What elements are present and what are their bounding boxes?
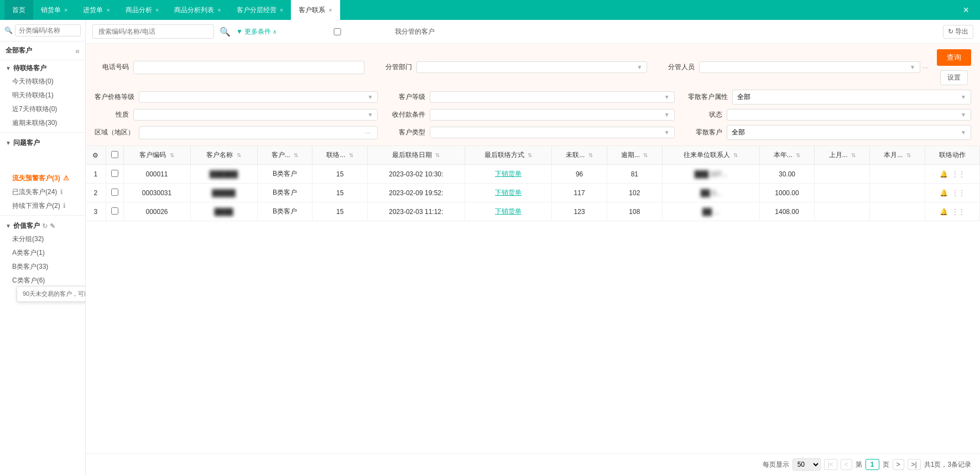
close-sales-tab[interactable]: × [64,7,67,13]
contact-method-link[interactable]: 下销货单 [495,170,522,178]
sidebar-item-today[interactable]: 今天待联络(0) [0,75,85,88]
edit-icon[interactable]: ✎ [50,222,55,230]
region-dots[interactable]: ··· [363,129,373,137]
tab-purchase[interactable]: 进货单 × [75,0,117,20]
row-action[interactable]: 🔔 ⋮⋮ [925,165,979,184]
filter-nature-select[interactable]: ▼ [133,109,378,121]
select-all-checkbox[interactable] [111,151,118,158]
tab-goods-analysis-list[interactable]: 商品分析列表 × [166,0,228,20]
search-toolbar-icon[interactable]: 🔍 [220,27,231,37]
prev-page-button[interactable]: < [841,459,852,470]
filter-sparse-attr-select[interactable]: 全部 ▼ [732,90,971,105]
row-select-checkbox[interactable] [111,170,118,177]
filter-sparse-customer-value: 全部 [732,128,745,137]
row-code: 00030031 [123,184,190,202]
page-suffix: 页 [883,460,889,469]
filter-manager-select[interactable]: ▼ [699,61,920,73]
sidebar-collapse-button[interactable]: « [75,46,80,55]
action-bell-icon[interactable]: 🔔 [940,170,948,178]
filter-payment-select[interactable]: ▼ [430,109,674,121]
refresh-icon[interactable]: ↻ [42,222,48,230]
col-overdue[interactable]: 逾期... ⇅ [607,146,662,165]
my-customers-check[interactable] [282,28,393,35]
close-goods-analysis-tab[interactable]: × [155,7,159,13]
filter-dept-select[interactable]: ▼ [416,61,648,73]
filter-sparse-customer-select[interactable]: 全部 ▼ [727,125,971,140]
action-menu-icon[interactable]: ⋮⋮ [952,189,965,197]
setting-button[interactable]: 设置 [940,70,968,85]
row-action[interactable]: 🔔 ⋮⋮ [925,184,979,202]
action-menu-icon[interactable]: ⋮⋮ [952,208,965,216]
last-page-button[interactable]: >| [908,459,921,470]
manager-dots[interactable]: ··· [920,64,930,71]
page-size-select[interactable]: 50 100 200 [793,458,821,471]
sidebar-item-churned[interactable]: 已流失客户(24) ℹ [0,185,85,199]
col-type[interactable]: 客户... ⇅ [257,146,312,165]
search-input[interactable] [92,24,214,39]
action-menu-icon[interactable]: ⋮⋮ [952,170,965,178]
row-checkbox[interactable] [106,202,123,221]
col-unit-contact[interactable]: 往来单位联系人 ⇅ [662,146,759,165]
window-close-button[interactable]: × [956,4,976,16]
col-last-month[interactable]: 上月... ⇅ [815,146,870,165]
contact-method-link[interactable]: 下销货单 [495,207,522,215]
col-name[interactable]: 客户名称 ⇅ [190,146,257,165]
sidebar-item-week[interactable]: 近7天待联络(0) [0,102,85,116]
query-button[interactable]: 查询 [937,49,971,66]
tab-customer-contact[interactable]: 客户联系 × [291,0,340,20]
next-page-button[interactable]: > [893,459,904,470]
row-index: 2 [86,184,106,202]
row-action[interactable]: 🔔 ⋮⋮ [925,202,979,221]
sidebar-item-declining[interactable]: 持续下滑客户(2) ℹ [0,199,85,213]
row-select-checkbox[interactable] [111,189,118,196]
close-goods-analysis-list-tab[interactable]: × [217,7,221,13]
col-this-year[interactable]: 本年... ⇅ [759,146,815,165]
sidebar-item-churn-warn[interactable]: 流失预警客户(3) ⚠ [0,171,85,185]
close-purchase-tab[interactable]: × [106,7,110,13]
sidebar-item-ungrouped[interactable]: 未分组(32) [0,232,85,246]
gear-column-header[interactable]: ⚙ [86,146,106,165]
sidebar-search-input[interactable] [15,24,81,36]
col-last-date[interactable]: 最后联络日期 ⇅ [368,146,465,165]
checkbox-column-header[interactable] [106,146,123,165]
col-contact-count[interactable]: 联络... ⇅ [312,146,368,165]
filter-customer-level-select[interactable]: ▼ [430,91,674,103]
tab-goods-analysis[interactable]: 商品分析 × [118,0,166,20]
row-last-method[interactable]: 下销货单 [465,184,552,202]
row-checkbox[interactable] [106,165,123,184]
col-uncontacted[interactable]: 未联... ⇅ [552,146,607,165]
tab-home[interactable]: 首页 [4,0,33,20]
row-last-method[interactable]: 下销货单 [465,165,552,184]
filter-status-select[interactable]: ▼ [727,109,971,121]
filter-price-level-select[interactable]: ▼ [139,91,378,103]
sidebar-group-pending[interactable]: ▼ 待联络客户 [0,60,85,75]
row-select-checkbox[interactable] [111,207,118,215]
sidebar-item-overdue[interactable]: 逾期未联络(30) [0,116,85,130]
action-bell-icon[interactable]: 🔔 [940,189,948,197]
my-customers-checkbox[interactable]: 我分管的客户 [282,27,435,36]
filter-status-field: 状态 ▼ [688,109,971,121]
col-last-method[interactable]: 最后联络方式 ⇅ [465,146,552,165]
filter-customer-type-select[interactable]: ▼ [430,127,674,138]
close-customer-contact-tab[interactable]: × [329,7,332,13]
sidebar-group-problem[interactable]: ▼ 问题客户 [0,135,85,149]
row-last-method[interactable]: 下销货单 [465,202,552,221]
sidebar-item-tomorrow[interactable]: 明天待联络(1) [0,88,85,102]
first-page-button[interactable]: |< [824,459,837,470]
filter-region-select[interactable]: ··· [139,126,378,139]
row-checkbox[interactable] [106,184,123,202]
sidebar-group-value[interactable]: ▼ 价值客户 ↻ ✎ [0,218,85,232]
sidebar-item-class-b[interactable]: B类客户(33) [0,260,85,274]
sort-year-icon: ⇅ [796,152,800,158]
col-this-month[interactable]: 本月... ⇅ [870,146,925,165]
tab-sales[interactable]: 销货单 × [33,0,75,20]
tab-customer-tier[interactable]: 客户分层经营 × [229,0,291,20]
export-button[interactable]: ↻ 导出 [943,25,973,39]
close-customer-tier-tab[interactable]: × [280,7,283,13]
action-bell-icon[interactable]: 🔔 [940,208,948,216]
contact-method-link[interactable]: 下销货单 [495,189,522,196]
col-code[interactable]: 客户编码 ⇅ [123,146,190,165]
sidebar-item-class-a[interactable]: A类客户(1) [0,246,85,260]
more-conditions-button[interactable]: ▼ 更多条件 ∧ [236,27,277,36]
filter-phone-input[interactable] [133,61,364,74]
